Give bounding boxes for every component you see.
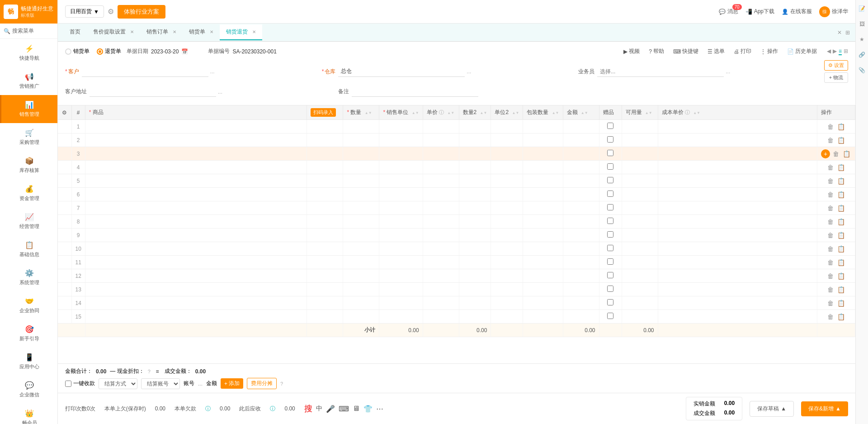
message-btn[interactable]: 💬 消息 70 <box>719 8 738 15</box>
logistics-btn[interactable]: + 物流 <box>824 72 848 83</box>
delete-row-btn-1[interactable]: 🗑 <box>826 122 835 131</box>
col-cost-price[interactable]: 成本单价 ⓘ ▲▼ <box>658 105 817 120</box>
salesperson-lookup-btn[interactable]: ... <box>726 68 730 75</box>
sidebar-item-operations[interactable]: 📈 经营管理 <box>0 207 57 235</box>
grid-view-icon[interactable]: ⊞ <box>844 48 848 55</box>
close-tab-icon[interactable]: ✕ <box>837 29 842 36</box>
col-amount[interactable]: 金额 ▲▼ <box>563 105 599 120</box>
experience-btn[interactable]: 体验行业方案 <box>118 5 165 19</box>
sidebar-item-wechat[interactable]: 💬 企业微信 <box>0 376 57 404</box>
industry-selector[interactable]: 日用百货 ▼ <box>65 5 104 18</box>
calendar-icon[interactable]: 📅 <box>181 48 188 55</box>
salesperson-input[interactable] <box>597 67 724 77</box>
one-click-payment[interactable]: 一键收款 <box>65 380 95 387</box>
right-note-icon[interactable]: 📝 <box>857 4 867 14</box>
tab-home[interactable]: 首页 <box>63 24 87 40</box>
history-btn[interactable]: 📄 历史单据 <box>784 46 820 57</box>
video-btn[interactable]: ▶ 视频 <box>621 46 642 57</box>
col-scan[interactable]: 扫码录入 <box>307 105 343 120</box>
gift-check-9[interactable] <box>607 231 613 238</box>
copy-row-btn-9[interactable]: 📋 <box>836 231 846 240</box>
gift-check-7[interactable] <box>607 204 613 210</box>
col-gift[interactable]: 赠品 <box>599 105 622 120</box>
tab-sales-delivery[interactable]: 销货单 ✕ <box>183 24 220 40</box>
prev-icon[interactable]: ◀ <box>827 48 831 55</box>
copy-row-btn-12[interactable]: 📋 <box>836 272 846 281</box>
gift-check-12[interactable] <box>607 272 613 278</box>
address-lookup-btn[interactable]: ... <box>218 89 222 95</box>
sidebar-item-inventory[interactable]: 📦 库存核算 <box>0 151 57 179</box>
sidebar-item-basic[interactable]: 📋 基础信息 <box>0 235 57 263</box>
tab-sales-order[interactable]: 销售订单 ✕ <box>140 24 183 40</box>
current-due-hint[interactable]: ⓘ <box>205 405 211 413</box>
settings-gear-icon[interactable]: ⚙ <box>108 7 114 16</box>
one-click-checkbox[interactable] <box>65 381 71 387</box>
gift-check-1[interactable] <box>607 123 613 129</box>
delete-row-btn-5[interactable]: 🗑 <box>826 176 835 186</box>
select-btn[interactable]: ☰ 选单 <box>705 46 727 57</box>
sidebar-item-newbie[interactable]: 🎯 新手引导 <box>0 319 57 348</box>
sidebar-item-finance[interactable]: 💰 资金管理 <box>0 179 57 207</box>
tab-sales-return[interactable]: 销货退货 ✕ <box>220 24 262 40</box>
sidebar-item-system[interactable]: ⚙️ 系统管理 <box>0 263 57 291</box>
copy-row-btn-11[interactable]: 📋 <box>836 258 846 267</box>
col-settings[interactable]: ⚙ <box>58 105 71 120</box>
scan-input-btn[interactable]: 扫码录入 <box>311 108 336 117</box>
setup-btn[interactable]: ⚙ 设置 <box>824 60 848 71</box>
warehouse-input[interactable] <box>338 67 465 77</box>
copy-row-btn-10[interactable]: 📋 <box>836 244 846 253</box>
gift-check-6[interactable] <box>607 191 613 197</box>
delete-row-btn-15[interactable]: 🗑 <box>826 312 835 321</box>
user-profile[interactable]: 徐 徐泽华 <box>819 6 848 17</box>
delete-row-btn-11[interactable]: 🗑 <box>826 258 835 267</box>
sidebar-item-marketing[interactable]: 📢 营销推广 <box>0 67 57 95</box>
add-row-btn-3[interactable]: + <box>821 149 830 158</box>
copy-row-btn-15[interactable]: 📋 <box>836 312 846 321</box>
delete-row-btn-10[interactable]: 🗑 <box>826 244 835 253</box>
delete-row-btn-8[interactable]: 🗑 <box>826 217 835 226</box>
product-input-3[interactable] <box>89 151 303 157</box>
copy-row-btn-3[interactable]: 📋 <box>842 149 851 158</box>
delete-row-btn-4[interactable]: 🗑 <box>826 163 835 172</box>
col-unit2[interactable]: 单位2 ▲▼ <box>491 105 523 120</box>
customer-input[interactable] <box>82 67 208 77</box>
copy-row-btn-5[interactable]: 📋 <box>836 176 846 186</box>
online-service-btn[interactable]: 👤 在线客服 <box>782 8 812 15</box>
delete-row-btn-2[interactable]: 🗑 <box>826 136 835 145</box>
fee-split-btn[interactable]: 费用分摊 <box>247 378 277 389</box>
maximize-icon[interactable]: ⊞ <box>845 29 850 36</box>
operation-btn[interactable]: ⋮ 操作 <box>758 46 781 57</box>
address-input[interactable] <box>90 86 216 97</box>
right-image-icon[interactable]: 🖼 <box>858 19 867 29</box>
gift-check-5[interactable] <box>607 177 613 183</box>
delete-row-btn-14[interactable]: 🗑 <box>826 299 835 308</box>
tab-close-order[interactable]: ✕ <box>173 29 176 34</box>
col-quantity2[interactable]: 数量2 ▲▼ <box>459 105 491 120</box>
account-select[interactable]: 结算账号 <box>141 378 180 389</box>
tab-close-price[interactable]: ✕ <box>130 29 134 34</box>
delete-row-btn-13[interactable]: 🗑 <box>826 285 835 294</box>
right-star-icon[interactable]: ★ <box>858 34 866 44</box>
sidebar-item-apps[interactable]: 📱 应用中心 <box>0 348 57 376</box>
sidebar-item-sales[interactable]: 📊 销售管理 <box>0 95 57 123</box>
gift-check-8[interactable] <box>607 218 613 224</box>
copy-row-btn-13[interactable]: 📋 <box>836 285 846 294</box>
col-sales-unit[interactable]: * 销售单位 ▲▼ <box>379 105 423 120</box>
discount-help-icon[interactable]: ? <box>148 369 151 374</box>
radio-return[interactable]: 退货单 <box>97 48 121 55</box>
col-product[interactable]: * 商品 <box>85 105 307 120</box>
add-payment-btn[interactable]: + 添加 <box>221 378 243 389</box>
col-unit-price[interactable]: 单价 ⓘ ▲▼ <box>423 105 459 120</box>
delete-row-btn-9[interactable]: 🗑 <box>826 231 835 240</box>
tab-close-return[interactable]: ✕ <box>252 29 256 34</box>
gift-check-3[interactable] <box>607 150 613 156</box>
copy-row-btn-7[interactable]: 📋 <box>836 204 846 213</box>
col-available[interactable]: 可用量 ▲▼ <box>622 105 658 120</box>
gift-check-14[interactable] <box>607 299 613 305</box>
copy-row-btn-1[interactable]: 📋 <box>836 122 846 131</box>
right-link-icon[interactable]: 🔗 <box>857 50 867 60</box>
copy-row-btn-8[interactable]: 📋 <box>836 217 846 226</box>
next-icon[interactable]: ▶ <box>833 48 837 55</box>
right-clip-icon[interactable]: 📎 <box>857 65 867 75</box>
sidebar-item-member[interactable]: 👑 畅会员 <box>0 404 57 424</box>
